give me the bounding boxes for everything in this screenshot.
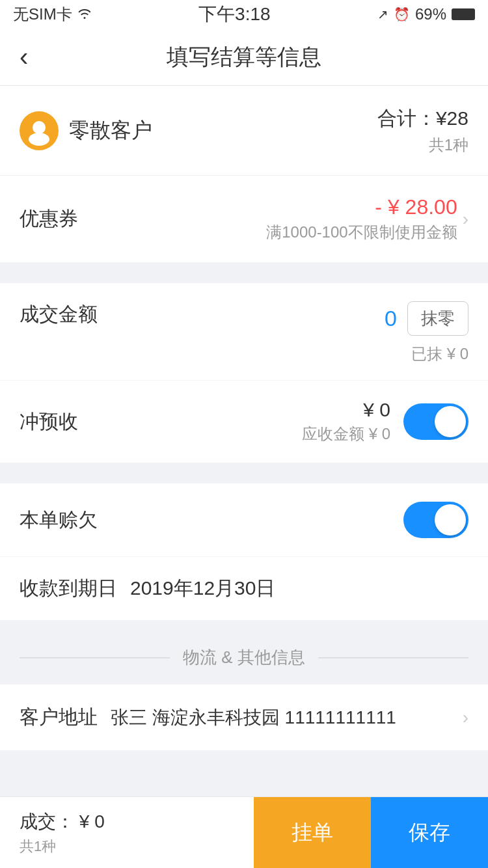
location-icon: ↗ xyxy=(377,7,388,22)
network-label: 无SIM卡 xyxy=(13,4,72,25)
bottom-spacer xyxy=(0,761,488,771)
pre-collect-toggle[interactable] xyxy=(403,403,468,440)
transaction-amount-input[interactable] xyxy=(120,306,397,331)
customer-left: 零散客户 xyxy=(20,111,152,150)
due-date-label: 收款到期日 xyxy=(20,575,117,602)
pending-label: 挂单 xyxy=(291,819,333,847)
coupon-chevron-icon: › xyxy=(463,209,468,230)
bottom-transaction-label: 成交： xyxy=(20,811,74,832)
due-date-row: 收款到期日 2019年12月30日 xyxy=(0,556,488,620)
already-rounded: 已抹 ¥ 0 xyxy=(0,344,488,380)
bottom-bar: 成交： ¥ 0 共1种 挂单 保存 xyxy=(0,796,488,868)
address-label: 客户地址 xyxy=(20,704,98,731)
address-value: 张三 海淀永丰科技园 11111111111 xyxy=(111,705,457,730)
transaction-amount-row: 成交金额 抹零 xyxy=(0,283,488,344)
pre-collect-row: 冲预收 ¥ 0 应收金额 ¥ 0 xyxy=(0,380,488,463)
customer-total: 合计：¥28 共1种 xyxy=(377,105,468,156)
page-title: 填写结算等信息 xyxy=(167,42,321,72)
status-left: 无SIM卡 xyxy=(13,4,92,25)
coupon-info: - ¥ 28.00 满1000-100不限制使用金额 xyxy=(266,195,457,243)
wifi-icon xyxy=(77,5,92,23)
debt-label: 本单赊欠 xyxy=(20,507,98,534)
content: 零散客户 合计：¥28 共1种 优惠券 - ¥ 28.00 满1000-100不… xyxy=(0,86,488,849)
customer-row: 零散客户 合计：¥28 共1种 xyxy=(0,86,488,175)
back-button[interactable]: ‹ xyxy=(20,42,28,72)
customer-card: 零散客户 合计：¥28 共1种 优惠券 - ¥ 28.00 满1000-100不… xyxy=(0,86,488,262)
transaction-right: 抹零 xyxy=(120,301,468,336)
total-count: 共1种 xyxy=(377,135,468,156)
bottom-transaction-amount: ¥ 0 xyxy=(79,811,105,832)
bottom-transaction: 成交： ¥ 0 xyxy=(20,809,234,834)
coupon-row[interactable]: 优惠券 - ¥ 28.00 满1000-100不限制使用金额 › xyxy=(0,175,488,262)
total-amount: 合计：¥28 xyxy=(377,105,468,132)
debt-section: 本单赊欠 收款到期日 2019年12月30日 xyxy=(0,483,488,620)
pre-collect-main: ¥ 0 xyxy=(302,399,390,421)
customer-avatar xyxy=(20,111,59,150)
round-off-button[interactable]: 抹零 xyxy=(407,301,468,336)
logistics-header: 物流 & 其他信息 xyxy=(0,631,488,685)
debt-row: 本单赊欠 xyxy=(0,483,488,556)
svg-point-1 xyxy=(29,133,49,146)
logistics-label: 物流 & 其他信息 xyxy=(170,647,318,667)
address-chevron-icon: › xyxy=(463,707,468,728)
coupon-label: 优惠券 xyxy=(20,206,78,232)
debt-toggle[interactable] xyxy=(403,502,468,538)
bottom-count: 共1种 xyxy=(20,837,234,856)
transaction-section: 成交金额 抹零 已抹 ¥ 0 冲预收 ¥ 0 应收金额 ¥ 0 xyxy=(0,283,488,463)
bottom-info: 成交： ¥ 0 共1种 xyxy=(0,797,254,868)
address-section: 客户地址 张三 海淀永丰科技园 11111111111 › xyxy=(0,685,488,750)
time-label: 下午3:18 xyxy=(198,2,271,27)
battery-icon xyxy=(452,8,475,20)
coupon-right: - ¥ 28.00 满1000-100不限制使用金额 › xyxy=(266,195,468,243)
due-date-value: 2019年12月30日 xyxy=(130,575,275,602)
pending-button[interactable]: 挂单 xyxy=(254,797,371,868)
pre-collect-amounts: ¥ 0 应收金额 ¥ 0 xyxy=(302,399,390,444)
pre-collect-label: 冲预收 xyxy=(20,409,78,435)
coupon-desc: 满1000-100不限制使用金额 xyxy=(266,222,457,243)
address-row[interactable]: 客户地址 张三 海淀永丰科技园 11111111111 › xyxy=(0,685,488,750)
svg-point-0 xyxy=(33,121,46,134)
pre-collect-sub: 应收金额 ¥ 0 xyxy=(302,424,390,444)
section-divider-1 xyxy=(0,273,488,283)
alarm-icon: ⏰ xyxy=(394,7,410,22)
customer-name: 零散客户 xyxy=(69,116,152,145)
status-bar: 无SIM卡 下午3:18 ↗ ⏰ 69% xyxy=(0,0,488,29)
battery-label: 69% xyxy=(415,5,446,23)
section-divider-2 xyxy=(0,473,488,483)
pre-collect-right: ¥ 0 应收金额 ¥ 0 xyxy=(302,399,468,444)
nav-bar: ‹ 填写结算等信息 xyxy=(0,29,488,86)
transaction-label: 成交金额 xyxy=(20,301,98,328)
save-label: 保存 xyxy=(409,819,450,847)
status-right: ↗ ⏰ 69% xyxy=(377,5,475,23)
toggle-knob xyxy=(435,406,466,437)
coupon-discount: - ¥ 28.00 xyxy=(266,195,457,219)
debt-toggle-knob xyxy=(435,504,466,536)
save-button[interactable]: 保存 xyxy=(371,797,488,868)
